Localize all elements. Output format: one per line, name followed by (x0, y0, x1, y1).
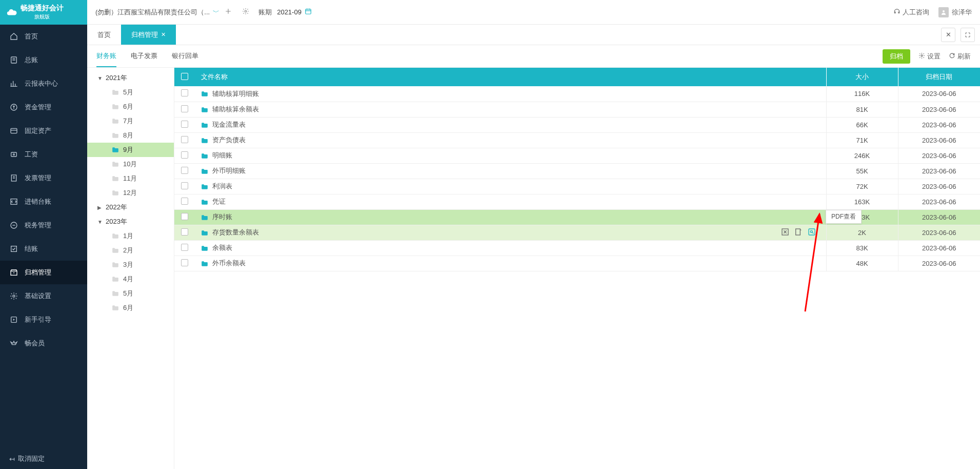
row-checkbox[interactable] (181, 259, 188, 266)
tree-month[interactable]: 8月 (87, 128, 174, 143)
table-row[interactable]: 外币明细账 55K 2023-06-06 (174, 163, 980, 179)
pdf-export-icon[interactable] (794, 228, 803, 236)
settings-link[interactable]: 设置 (918, 52, 941, 61)
table-row[interactable]: 余额表 83K 2023-06-06 (174, 240, 980, 256)
sidebar-item-1[interactable]: 总账 (0, 48, 87, 72)
tree-year-label: 2022年 (106, 203, 127, 212)
select-all-checkbox[interactable] (181, 73, 188, 80)
svg-rect-18 (809, 229, 815, 235)
company-selector[interactable]: (勿删）江西服宝精品有限责任公司（... ﹀ (95, 8, 219, 17)
table-row[interactable]: 利润表 72K 2023-06-06 (174, 179, 980, 194)
fullscreen-button[interactable] (961, 28, 975, 42)
row-checkbox[interactable] (181, 182, 188, 189)
subtab-2[interactable]: 银行回单 (172, 45, 198, 67)
tree-month[interactable]: 1月 (87, 229, 174, 243)
archive-button[interactable]: 归档 (883, 49, 910, 64)
sidebar-item-7[interactable]: 进销台账 (0, 190, 87, 213)
folder-icon (201, 214, 208, 221)
svg-point-10 (13, 295, 15, 297)
table-row[interactable]: 存货数量余额表 2K 2023-06-06 (174, 225, 980, 240)
table-row[interactable]: 凭证 163K 2023-06-06 (174, 194, 980, 209)
pdf-view-icon[interactable] (808, 228, 816, 236)
sidebar-item-4[interactable]: 固定资产 (0, 119, 87, 143)
subtab-1[interactable]: 电子发票 (131, 45, 157, 67)
sidebar-item-9[interactable]: 结账 (0, 237, 87, 261)
tree-year-label: 2021年 (106, 73, 127, 83)
gear-icon[interactable] (242, 8, 249, 16)
sidebar-item-11[interactable]: 基础设置 (0, 284, 87, 308)
tree-year-2[interactable]: ▼2023年 (87, 214, 174, 229)
row-checkbox[interactable] (181, 228, 188, 236)
tree-year-1[interactable]: ▶2022年 (87, 200, 174, 214)
sidebar-item-10[interactable]: 归档管理 (0, 261, 87, 284)
row-checkbox[interactable] (181, 136, 188, 143)
folder-icon (201, 107, 208, 113)
tab-home[interactable]: 首页 (87, 25, 121, 45)
subtab-0[interactable]: 财务账 (96, 45, 116, 67)
row-checkbox[interactable] (181, 105, 188, 112)
cell-name: 序时账 (195, 209, 826, 225)
sidebar-item-5[interactable]: 工资 (0, 143, 87, 166)
tree-month[interactable]: 5月 (87, 286, 174, 301)
row-checkbox[interactable] (181, 167, 188, 174)
table-row[interactable]: 现金流量表 66K 2023-06-06 (174, 117, 980, 132)
sidebar-item-label: 首页 (25, 32, 38, 41)
sidebar-item-8[interactable]: 税务管理 (0, 213, 87, 237)
user-menu[interactable]: 徐泽华 (938, 7, 972, 17)
tree-month[interactable]: 12月 (87, 186, 174, 200)
cell-size: 55K (826, 163, 898, 179)
sidebar-item-label: 新手引导 (25, 315, 51, 324)
sidebar-item-6[interactable]: 发票管理 (0, 166, 87, 190)
period-value[interactable]: 2021-09 (277, 8, 302, 16)
add-icon[interactable] (225, 8, 232, 16)
row-checkbox[interactable] (181, 89, 188, 96)
table-row[interactable]: 辅助核算明细账 116K 2023-06-06 (174, 86, 980, 102)
svg-point-4 (13, 154, 15, 155)
table-row[interactable]: 外币余额表 48K 2023-06-06 (174, 256, 980, 271)
sidebar-item-2[interactable]: 云报表中心 (0, 72, 87, 95)
tree-month[interactable]: 6月 (87, 301, 174, 315)
row-checkbox[interactable] (181, 213, 188, 220)
file-table: 文件名称 大小 归档日期 辅助核算明细账 116K 2023-06-06 辅助核… (174, 68, 980, 271)
tree-month[interactable]: 9月 (87, 143, 174, 157)
sidebar-unpin[interactable]: ↤ 取消固定 (0, 448, 87, 469)
table-row[interactable]: 明细账 246K 2023-06-06 (174, 148, 980, 163)
sidebar-item-3[interactable]: 资金管理 (0, 95, 87, 119)
unpin-icon: ↤ (9, 455, 15, 463)
sidebar-item-13[interactable]: 畅会员 (0, 331, 87, 355)
close-all-tabs-button[interactable]: ✕ (941, 28, 955, 42)
consult-link[interactable]: 人工咨询 (893, 8, 929, 17)
sidebar-item-0[interactable]: 首页 (0, 25, 87, 48)
table-row[interactable]: 资产负债表 71K 2023-06-06 (174, 132, 980, 148)
tree-month[interactable]: 3月 (87, 258, 174, 272)
tree-month-label: 9月 (123, 145, 133, 154)
tree-month[interactable]: 2月 (87, 243, 174, 258)
tree-year-0[interactable]: ▼2021年 (87, 71, 174, 85)
tree-month[interactable]: 6月 (87, 100, 174, 114)
brand-logo[interactable]: 畅捷通好会计 旗舰版 (0, 0, 87, 25)
home-icon (9, 32, 18, 41)
tree-month[interactable]: 11月 (87, 171, 174, 186)
tree-month[interactable]: 10月 (87, 157, 174, 171)
table-row[interactable]: 辅助核算余额表 81K 2023-06-06 (174, 102, 980, 117)
excel-export-icon[interactable] (781, 228, 789, 236)
cell-date: 2023-06-06 (898, 225, 980, 240)
sidebar-item-label: 基础设置 (25, 291, 51, 301)
row-checkbox[interactable] (181, 151, 188, 159)
tree-month[interactable]: 5月 (87, 85, 174, 100)
refresh-link[interactable]: 刷新 (949, 52, 971, 61)
tree-month[interactable]: 7月 (87, 114, 174, 128)
ledger-icon (9, 55, 18, 65)
cell-name: 现金流量表 (195, 117, 826, 132)
tab-archive[interactable]: 归档管理 ✕ (121, 25, 176, 45)
tree-month[interactable]: 4月 (87, 272, 174, 286)
cell-size: 71K (826, 132, 898, 148)
sidebar-item-label: 畅会员 (25, 339, 45, 348)
sidebar-item-12[interactable]: 新手引导 (0, 308, 87, 331)
cell-size: 2K (826, 225, 898, 240)
calendar-icon[interactable] (305, 8, 312, 16)
row-checkbox[interactable] (181, 198, 188, 205)
row-checkbox[interactable] (181, 121, 188, 128)
close-icon[interactable]: ✕ (161, 31, 166, 38)
row-checkbox[interactable] (181, 244, 188, 251)
